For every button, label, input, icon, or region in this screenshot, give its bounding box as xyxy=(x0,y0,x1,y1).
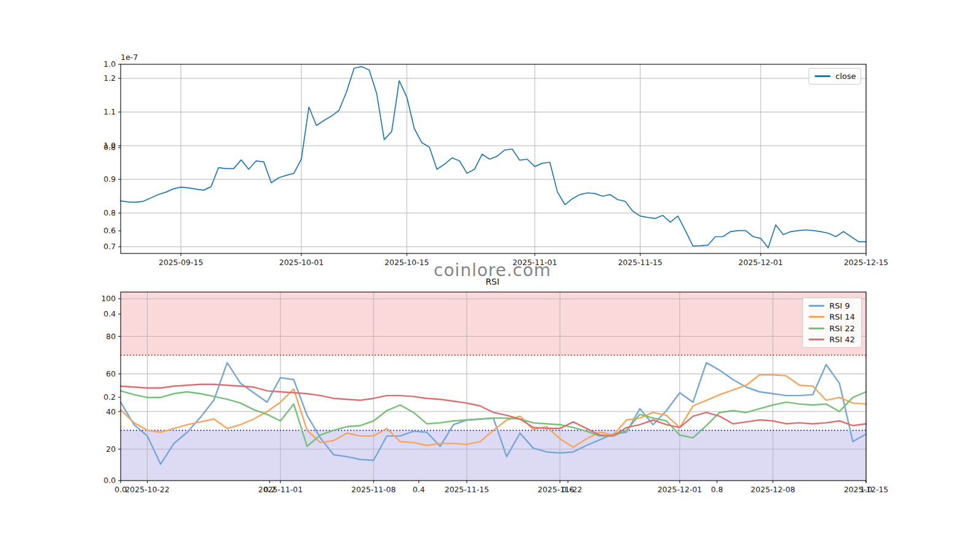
overlay-ytick-label: 0.0 xyxy=(104,476,116,485)
price-ytick-label: 0.8 xyxy=(104,208,116,217)
close-price-line xyxy=(121,67,866,248)
rsi-ytick-label: 60 xyxy=(106,369,116,378)
rsi-xtick-label: 2025-12-08 xyxy=(751,485,796,494)
rsi-legend: RSI 9 RSI 14 RSI 22 RSI 42 xyxy=(802,298,862,348)
price-xtick-label: 2025-11-15 xyxy=(618,258,663,267)
legend-label-close: close xyxy=(835,72,856,81)
rsi42-line-swatch xyxy=(809,339,824,340)
legend-label-rsi42: RSI 42 xyxy=(829,335,855,344)
rsi-panel-title: RSI xyxy=(370,277,615,287)
legend-label-rsi9: RSI 9 xyxy=(829,301,850,310)
price-ytick-label: 0.7 xyxy=(104,242,116,251)
price-xtick-label: 2025-12-01 xyxy=(739,258,783,267)
rsi-xtick-label: 2025-10-22 xyxy=(125,485,170,494)
rsi-ytick-label: 100 xyxy=(101,294,116,303)
rsi-xtick-label: 2025-11-08 xyxy=(352,485,396,494)
legend-label-rsi22: RSI 22 xyxy=(829,324,855,333)
oversold-band xyxy=(121,430,866,481)
legend-item-close: close xyxy=(815,70,855,82)
overlay-ytick-label: 1.0 xyxy=(104,59,116,69)
overlay-xtick-label: 0.0 xyxy=(115,485,127,494)
close-line-swatch xyxy=(815,75,831,77)
overlay-xtick-label: 0.6 xyxy=(562,485,574,494)
legend-item-rsi9: RSI 9 xyxy=(809,300,856,312)
rsi-xtick-label: 2025-11-15 xyxy=(445,485,489,494)
price-xtick-label: 2025-10-01 xyxy=(279,258,324,267)
rsi-ytick-label: 80 xyxy=(106,332,116,341)
overlay-xtick-label: 0.2 xyxy=(263,485,276,494)
overlay-ytick-label: 0.8 xyxy=(104,143,116,152)
rsi14-line-swatch xyxy=(809,316,824,318)
price-ytick-label: 1.1 xyxy=(104,107,116,116)
legend-label-rsi14: RSI 14 xyxy=(829,312,855,321)
overlay-xtick-label: 0.8 xyxy=(711,485,723,494)
rsi-ytick-label: 40 xyxy=(106,407,116,416)
overbought-band xyxy=(121,292,866,355)
overlay-ytick-label: 0.6 xyxy=(104,226,116,235)
overlay-ytick-label: 0.4 xyxy=(104,309,116,318)
legend-item-rsi14: RSI 14 xyxy=(809,312,856,323)
price-xtick-label: 2025-12-15 xyxy=(844,258,889,267)
price-plot-frame xyxy=(121,64,866,253)
legend-item-rsi22: RSI 22 xyxy=(809,323,856,334)
rsi-xtick-label: 2025-12-01 xyxy=(657,485,702,494)
overlay-xtick-label: 0.4 xyxy=(413,485,425,494)
rsi-ytick-label: 20 xyxy=(106,444,116,454)
rsi9-line-swatch xyxy=(809,305,824,307)
rsi22-line-swatch xyxy=(809,328,824,329)
figure-canvas: 1.21.11.00.90.80.72025-09-152025-10-0120… xyxy=(0,0,980,551)
price-legend: close xyxy=(809,68,861,84)
axis-offset-label: 1e-7 xyxy=(121,53,138,62)
price-ytick-label: 0.9 xyxy=(104,174,116,184)
price-ytick-label: 1.2 xyxy=(104,73,116,83)
overlay-ytick-label: 0.2 xyxy=(104,392,116,402)
overlay-xtick-label: 1.0 xyxy=(860,485,872,494)
rsi-xtick-label: 2025-11-22 xyxy=(538,485,582,494)
legend-item-rsi42: RSI 42 xyxy=(809,334,856,346)
price-xtick-label: 2025-09-15 xyxy=(159,258,203,267)
